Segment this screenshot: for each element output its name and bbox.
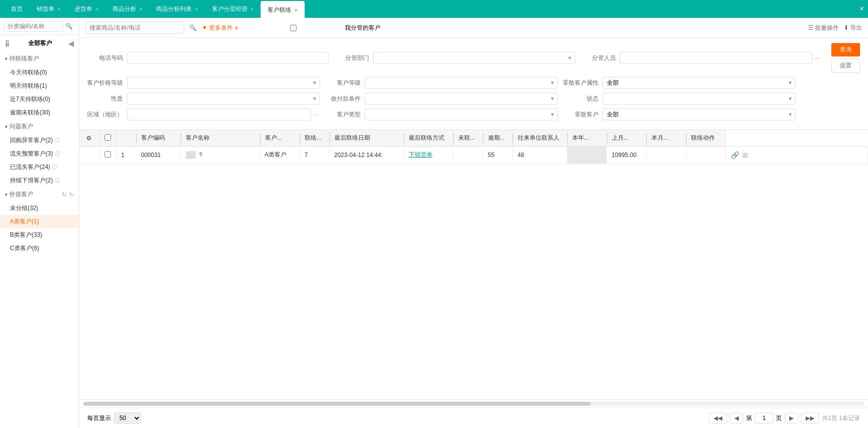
page-number-input[interactable] xyxy=(755,413,773,424)
sidebar-collapse-button[interactable]: ◀ xyxy=(68,40,74,48)
settings-button[interactable]: 设置 xyxy=(831,58,860,73)
sidebar-item-overdue-contact[interactable]: 逾期未联络(30) xyxy=(0,106,79,119)
nav-tab-goods-analysis-list-close[interactable]: × xyxy=(195,6,198,12)
th-no-contact[interactable]: 未联... xyxy=(453,130,483,147)
sidebar-search-input[interactable] xyxy=(4,21,63,32)
sidebar-all-customers-header[interactable]: ⣿ 全部客户 ◀ xyxy=(0,35,79,52)
nav-tab-sales[interactable]: 销货单 × xyxy=(30,0,67,18)
nav-tab-purchase[interactable]: 进货单 × xyxy=(67,0,105,18)
th-checkbox[interactable] xyxy=(99,130,116,147)
sidebar-item-declining[interactable]: 持续下滑客户(2) ⓘ xyxy=(0,174,79,187)
nav-tab-sales-label: 销货单 xyxy=(37,5,54,13)
nav-tab-goods-analysis[interactable]: 商品分析 × xyxy=(106,0,149,18)
filter-retail-customer-select[interactable]: 全部 xyxy=(602,108,796,120)
sidebar-group-value-edit-icon[interactable]: ✎ xyxy=(69,191,74,198)
last-page-button[interactable]: ▶▶ xyxy=(801,413,819,424)
th-last-method[interactable]: 最后联络方式 xyxy=(403,130,453,147)
filter-payment-select[interactable] xyxy=(365,93,558,105)
filter-phone-input[interactable] xyxy=(127,52,328,64)
export-button[interactable]: ⬇ 导出 xyxy=(844,24,862,32)
th-name[interactable]: 客户名称 xyxy=(180,130,260,147)
td-no-contact xyxy=(453,147,483,164)
nav-tab-customer-segment[interactable]: 客户分层经营 × xyxy=(205,0,261,18)
next-page-button[interactable]: ▶ xyxy=(785,413,798,424)
th-action[interactable]: 联络动作 xyxy=(686,130,725,147)
row-action-grid-icon[interactable]: ⊞ xyxy=(742,151,748,159)
more-filter-button[interactable]: ▼ 更多条件 ∨ xyxy=(202,24,239,32)
prev-page-button[interactable]: ◀ xyxy=(730,413,743,424)
nav-tab-purchase-close[interactable]: × xyxy=(95,6,98,12)
sidebar-item-churned[interactable]: 已流失客户(24) ⓘ xyxy=(0,160,79,174)
sidebar-all-customers-label: 全部客户 xyxy=(28,39,52,48)
filter-status-select[interactable] xyxy=(602,93,796,105)
sidebar-item-class-c[interactable]: C类客户(6) xyxy=(0,242,79,255)
nav-tab-sales-close[interactable]: × xyxy=(57,6,60,12)
th-contact[interactable]: 联络... xyxy=(299,130,329,147)
nav-tab-customer-contact[interactable]: 客户联络 × xyxy=(261,1,304,19)
filter-retail-customer-label: 零散客户 xyxy=(563,110,602,119)
close-all-tabs-button[interactable]: × xyxy=(860,4,864,13)
horizontal-scrollbar-track[interactable] xyxy=(83,402,864,406)
filter-customer-level: 客户等级 xyxy=(325,77,558,89)
batch-op-label: 批量操作 xyxy=(815,24,839,32)
row-checkbox[interactable] xyxy=(105,151,111,158)
th-code[interactable]: 客户编码 xyxy=(136,130,180,147)
sidebar-item-class-a[interactable]: A类客户(1) xyxy=(0,215,79,228)
th-history-contact[interactable]: 往来单位联系人 xyxy=(512,130,567,147)
page-size-select[interactable]: 10 20 50 100 xyxy=(114,412,141,424)
customer-search-input[interactable] xyxy=(85,22,184,34)
filter-nature-select[interactable] xyxy=(127,93,320,105)
td-checkbox[interactable] xyxy=(99,147,116,164)
nav-tab-goods-analysis-close[interactable]: × xyxy=(139,6,142,12)
filter-manager-input[interactable] xyxy=(620,52,813,64)
th-overdue[interactable]: 逾期... xyxy=(483,130,512,147)
nav-tab-home[interactable]: 首页 xyxy=(4,0,30,18)
nav-tab-goods-analysis-list[interactable]: 商品分析列表 × xyxy=(149,0,205,18)
td-last-method[interactable]: 下销货单 xyxy=(403,147,453,164)
sidebar-group-problem-customers[interactable]: ▾ 问题客户 xyxy=(0,119,79,134)
sidebar-item-ungrouped[interactable]: 未分组(32) xyxy=(0,202,79,215)
last-method-link[interactable]: 下销货单 xyxy=(409,151,433,158)
filter-customer-level-select[interactable] xyxy=(365,77,558,89)
td-last-date: 2023-04-12 14:44: xyxy=(329,147,403,164)
sidebar-item-class-b[interactable]: B类客户(33) xyxy=(0,228,79,242)
batch-operation-button[interactable]: ☰ 批量操作 xyxy=(808,24,839,32)
filter-region-input[interactable] xyxy=(127,108,311,120)
sidebar-item-churn-warning[interactable]: 流失预警客户(3) ⓘ xyxy=(0,147,79,160)
nav-tab-home-label: 首页 xyxy=(11,5,23,13)
customer-search-icon[interactable]: 🔍 xyxy=(189,24,197,31)
nav-tab-customer-contact-close[interactable]: × xyxy=(294,7,297,13)
sidebar-item-tomorrow-pending[interactable]: 明天待联络(1) xyxy=(0,79,79,93)
th-this-month[interactable]: 本月... xyxy=(646,130,686,147)
filter-dept: 分管部门 xyxy=(333,52,575,64)
filter-region-ellipsis[interactable]: ··· xyxy=(311,111,320,118)
filter-manager-ellipsis[interactable]: ··· xyxy=(813,54,821,61)
query-button[interactable]: 查询 xyxy=(831,43,860,56)
filter-nature-label: 性质 xyxy=(87,95,127,103)
filter-retail-attr-select[interactable]: 全部 xyxy=(602,77,796,89)
sidebar-group-pending-contact[interactable]: ▾ 待联络客户 xyxy=(0,52,79,66)
filter-dept-select[interactable] xyxy=(373,52,575,64)
filter-customer-type-select[interactable] xyxy=(365,108,558,120)
filter-price-level-select[interactable] xyxy=(127,77,320,89)
my-customer-checkbox[interactable] xyxy=(244,25,343,31)
th-last-date[interactable]: 最后联络日期 xyxy=(329,130,403,147)
sidebar-item-today-pending[interactable]: 今天待联络(0) xyxy=(0,66,79,79)
horizontal-scrollbar-thumb[interactable] xyxy=(83,402,591,406)
row-action-link-icon[interactable]: 🔗 xyxy=(731,151,739,159)
sidebar-item-repurchase-info-icon: ⓘ xyxy=(55,137,60,144)
sidebar-item-repurchase-abnormal[interactable]: 回购异常客户(2) ⓘ xyxy=(0,134,79,147)
th-this-year[interactable]: 本年... xyxy=(567,130,606,147)
th-type[interactable]: 客户... xyxy=(260,130,299,147)
first-page-button[interactable]: ◀◀ xyxy=(709,413,727,424)
row-action-buttons: 🔗 ⊞ xyxy=(731,151,863,159)
select-all-checkbox[interactable] xyxy=(105,134,111,141)
th-settings[interactable]: ⚙ xyxy=(79,130,99,147)
sidebar-group-value-customers[interactable]: ▾ 价值客户 ↻ ✎ xyxy=(0,187,79,202)
my-customer-checkbox-label[interactable]: 我分管的客户 xyxy=(244,24,380,32)
sidebar-search-icon[interactable]: 🔍 xyxy=(65,23,73,30)
sidebar-item-7days-pending[interactable]: 近7天待联络(0) xyxy=(0,93,79,106)
nav-tab-customer-segment-close[interactable]: × xyxy=(251,6,254,12)
th-last-month[interactable]: 上月... xyxy=(606,130,646,147)
sidebar-group-value-refresh-icon[interactable]: ↻ xyxy=(62,191,67,198)
